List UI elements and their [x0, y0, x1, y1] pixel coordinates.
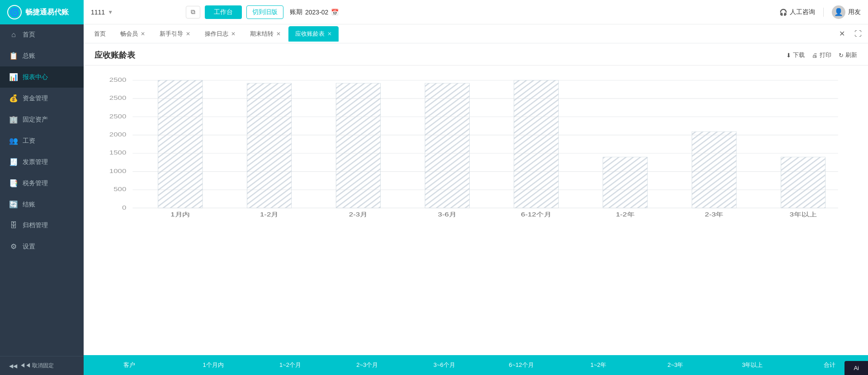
tab-label-member: 畅会员 — [120, 30, 138, 38]
tab-close-guide[interactable]: ✕ — [186, 31, 190, 37]
user-menu[interactable]: 👤 用友 — [832, 5, 861, 19]
table-header-cell: 1~2年 — [560, 361, 637, 369]
settlement-icon: 🔄 — [9, 200, 18, 209]
sidebar-item-tax-management[interactable]: 📑 税务管理 — [0, 173, 84, 194]
sidebar-item-report-center[interactable]: 📊 报表中心 — [0, 66, 84, 88]
tab-operation-log[interactable]: 操作日志✕ — [198, 26, 242, 42]
table-header-cell: 1~2个月 — [252, 361, 329, 369]
avatar: 👤 — [832, 5, 845, 19]
tab-close-operation-log[interactable]: ✕ — [231, 31, 236, 37]
download-icon: ⬇ — [786, 52, 791, 59]
company-selector[interactable]: 1111 ▼ — [91, 9, 181, 16]
period-value: 2023-02 — [305, 9, 328, 16]
sidebar-label-archive-management: 归档管理 — [23, 221, 48, 230]
tab-guide[interactable]: 新手引导✕ — [153, 26, 197, 42]
calendar-icon[interactable]: 📅 — [331, 9, 339, 16]
company-dropdown-icon: ▼ — [108, 9, 113, 15]
copy-company-button[interactable]: ⧉ — [186, 6, 200, 19]
svg-rect-25 — [514, 80, 558, 208]
fixed-assets-icon: 🏢 — [9, 115, 18, 124]
svg-rect-29 — [692, 131, 736, 208]
svg-rect-31 — [781, 157, 825, 208]
home-icon: ⌂ — [9, 31, 18, 39]
svg-text:2500: 2500 — [109, 113, 126, 119]
page-title: 应收账龄表 — [94, 50, 135, 61]
sidebar-label-settings: 设置 — [23, 243, 35, 251]
refresh-button[interactable]: ↻ 刷新 — [839, 51, 857, 59]
report-center-icon: 📊 — [9, 73, 18, 81]
sidebar-item-settings[interactable]: ⚙ 设置 — [0, 236, 84, 257]
logo-text: 畅捷通易代账 — [25, 8, 69, 17]
tab-label-guide: 新手引导 — [160, 30, 183, 38]
headset-icon: 🎧 — [779, 9, 787, 16]
sidebar-item-fixed-assets[interactable]: 🏢 固定资产 — [0, 109, 84, 130]
main-area: 1111 ▼ ⧉ 工作台 切到旧版 账期 2023-02 📅 🎧 人工咨询 👤 … — [84, 0, 868, 375]
print-button[interactable]: 🖨 打印 — [812, 51, 831, 59]
ai-label: Ai — [854, 365, 859, 371]
sidebar-item-fund-management[interactable]: 💰 资金管理 — [0, 88, 84, 109]
tabs-bar: 首页畅会员✕新手引导✕操作日志✕期末结转✕应收账龄表✕ ✕ ⛶ — [84, 24, 868, 43]
svg-text:2500: 2500 — [109, 76, 126, 83]
bar-chart: 2500 2500 2500 2000 1500 1000 500 0 — [94, 75, 857, 228]
tax-management-icon: 📑 — [9, 179, 18, 188]
sidebar: 🌀 畅捷通易代账 ⌂ 首页 📋 总账 📊 报表中心 💰 资金管理 🏢 固定资产 … — [0, 0, 84, 375]
sidebar-item-home[interactable]: ⌂ 首页 — [0, 24, 84, 45]
pin-label: ◀◀ 取消固定 — [20, 362, 54, 370]
table-header-cell: 2~3年 — [637, 361, 714, 369]
print-label: 打印 — [820, 51, 831, 59]
svg-text:1-2年: 1-2年 — [616, 211, 634, 218]
sidebar-item-general-ledger[interactable]: 📋 总账 — [0, 45, 84, 66]
download-label: 下载 — [793, 51, 805, 59]
payroll-icon: 👥 — [9, 136, 18, 145]
ai-badge[interactable]: Ai — [844, 361, 868, 375]
tab-close-member[interactable]: ✕ — [141, 31, 145, 37]
fund-management-icon: 💰 — [9, 94, 18, 103]
svg-text:1000: 1000 — [109, 168, 126, 174]
support-label: 人工咨询 — [790, 8, 815, 16]
sidebar-item-settlement[interactable]: 🔄 结账 — [0, 194, 84, 215]
company-name: 1111 — [91, 9, 105, 16]
svg-text:2-3年: 2-3年 — [705, 211, 723, 218]
page-header: 应收账龄表 ⬇ 下载 🖨 打印 ↻ 刷新 — [84, 43, 868, 66]
switch-version-button[interactable]: 切到旧版 — [246, 5, 283, 19]
table-header-cell: 3年以上 — [714, 361, 791, 369]
period-label: 账期 — [290, 8, 302, 16]
settings-icon: ⚙ — [9, 242, 18, 251]
close-tab-button[interactable]: ✕ — [835, 28, 848, 40]
sidebar-label-invoice-management: 发票管理 — [23, 158, 48, 166]
header-divider — [823, 8, 824, 17]
tab-period-end[interactable]: 期末结转✕ — [243, 26, 288, 42]
workbench-button[interactable]: 工作台 — [205, 5, 242, 19]
svg-text:2500: 2500 — [109, 94, 126, 101]
svg-text:1500: 1500 — [109, 149, 126, 155]
download-button[interactable]: ⬇ 下载 — [786, 51, 805, 59]
table-header-cell: 6~12个月 — [483, 361, 560, 369]
sidebar-item-payroll[interactable]: 👥 工资 — [0, 130, 84, 151]
tab-close-ar-aging[interactable]: ✕ — [327, 31, 332, 37]
svg-rect-19 — [247, 83, 291, 208]
sidebar-item-invoice-management[interactable]: 🧾 发票管理 — [0, 151, 84, 173]
sidebar-label-tax-management: 税务管理 — [23, 179, 48, 188]
expand-tab-button[interactable]: ⛶ — [852, 28, 864, 40]
sidebar-label-fixed-assets: 固定资产 — [23, 116, 48, 124]
tab-home[interactable]: 首页 — [87, 26, 113, 42]
sidebar-pin-toggle[interactable]: ◀◀ ◀◀ 取消固定 — [0, 356, 84, 375]
sidebar-nav: ⌂ 首页 📋 总账 📊 报表中心 💰 资金管理 🏢 固定资产 👥 工资 🧾 发票… — [0, 24, 84, 356]
support-button[interactable]: 🎧 人工咨询 — [779, 8, 815, 16]
page-actions: ⬇ 下载 🖨 打印 ↻ 刷新 — [786, 51, 857, 59]
header: 1111 ▼ ⧉ 工作台 切到旧版 账期 2023-02 📅 🎧 人工咨询 👤 … — [84, 0, 868, 24]
svg-rect-23 — [425, 83, 469, 208]
tab-label-home: 首页 — [94, 30, 106, 38]
table-header-cell: 1个月内 — [175, 361, 251, 369]
sidebar-label-settlement: 结账 — [23, 201, 35, 209]
tab-member[interactable]: 畅会员✕ — [113, 26, 152, 42]
tab-ar-aging[interactable]: 应收账龄表✕ — [288, 26, 339, 42]
tab-close-period-end[interactable]: ✕ — [276, 31, 281, 37]
svg-text:2000: 2000 — [109, 131, 126, 137]
svg-text:3-6月: 3-6月 — [438, 211, 457, 218]
svg-text:3年以上: 3年以上 — [789, 211, 816, 218]
sidebar-item-archive-management[interactable]: 🗄 归档管理 — [0, 215, 84, 236]
svg-rect-17 — [158, 80, 203, 208]
accounting-period: 账期 2023-02 📅 — [290, 8, 339, 16]
tabs-actions: ✕ ⛶ — [835, 28, 864, 40]
